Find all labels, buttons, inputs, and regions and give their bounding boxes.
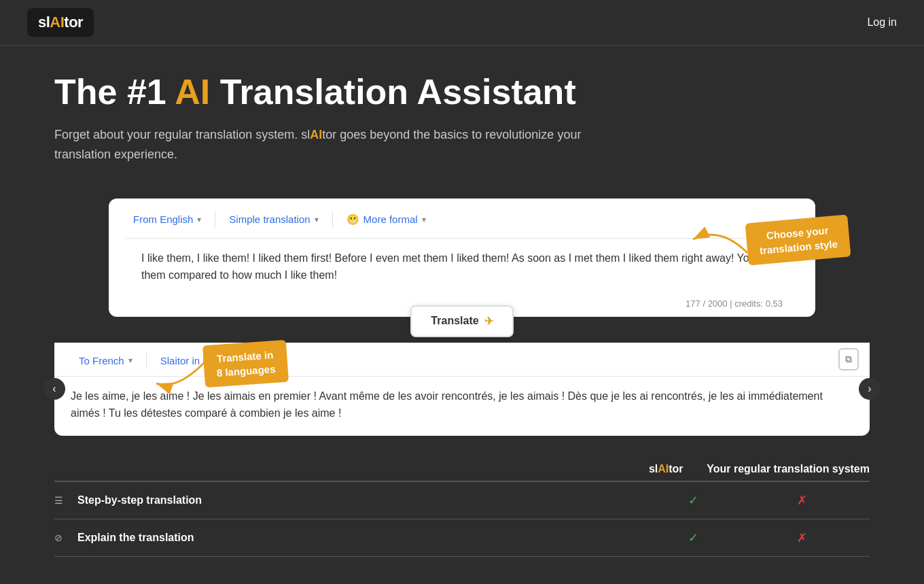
- formal-dropdown[interactable]: 😬 More formal ▾: [338, 209, 434, 230]
- hero-title: The #1 AI Translation Assistant: [54, 73, 870, 111]
- divider: [215, 211, 215, 228]
- regular-check-cell: ✗: [734, 493, 870, 508]
- divider-3: [146, 352, 147, 368]
- style-dropdown[interactable]: Simple translation ▾: [221, 209, 326, 229]
- chevron-down-icon-2: ▾: [315, 215, 319, 224]
- formal-emoji: 😬: [346, 213, 359, 226]
- slaitor-check-cell: ✓: [652, 493, 734, 508]
- logo-tor: tor: [64, 14, 83, 31]
- copy-button[interactable]: ⧉: [838, 348, 859, 371]
- chevron-down-icon-3: ▾: [422, 215, 426, 224]
- to-language-dropdown[interactable]: To French ▾: [71, 351, 141, 371]
- feature-row: ☰ Step-by-step translation ✓ ✗: [54, 482, 870, 519]
- output-box: Translate in8 languages To French ▾ Slai…: [54, 343, 870, 436]
- translate-button[interactable]: Translate ✈: [410, 305, 513, 337]
- feature-rows: ☰ Step-by-step translation ✓ ✗ ⊘ Explain…: [54, 482, 870, 557]
- hero-section: The #1 AI Translation Assistant Forget a…: [0, 46, 924, 199]
- send-icon: ✈: [484, 315, 493, 328]
- chevron-down-icon: ▾: [197, 215, 201, 224]
- feature-row-icon: ☰: [54, 495, 71, 506]
- feature-row-label: Step-by-step translation: [77, 494, 652, 506]
- logo-sl: sl: [38, 14, 50, 31]
- callout-choose-style: Choose yourtranslation style: [747, 219, 849, 261]
- col-regular-header: Your regular translation system: [707, 463, 870, 475]
- divider-2: [332, 211, 333, 228]
- cross-icon: ✗: [797, 494, 807, 507]
- col-slaitor-header: slAItor: [625, 463, 707, 475]
- feature-row: ⊘ Explain the translation ✓ ✗: [54, 519, 870, 557]
- translate-button-wrapper: Translate ✈: [54, 316, 870, 348]
- comparison-header: slAItor Your regular translation system: [54, 463, 870, 482]
- choose-style-callout-box: Choose yourtranslation style: [745, 214, 851, 265]
- to-language-label: To French: [79, 355, 124, 366]
- slaitor-check-cell: ✓: [652, 530, 734, 545]
- callout-translate-langs: Translate in8 languages: [204, 343, 287, 385]
- cross-icon: ✗: [797, 531, 807, 545]
- login-button[interactable]: Log in: [867, 16, 897, 29]
- check-icon: ✓: [688, 531, 698, 545]
- feature-row-icon: ⊘: [54, 532, 71, 543]
- formal-label: More formal: [363, 213, 418, 225]
- logo: slAItor: [27, 8, 94, 37]
- hero-subtitle: Forget about your regular translation sy…: [54, 125, 584, 165]
- chevron-down-icon-4: ▾: [128, 356, 132, 365]
- style-label: Simple translation: [229, 213, 310, 225]
- from-language-label: From English: [133, 213, 193, 225]
- regular-check-cell: ✗: [734, 530, 870, 545]
- translate-langs-callout-box: Translate in8 languages: [202, 340, 289, 388]
- translator-container: Choose yourtranslation style From Englis…: [54, 199, 870, 436]
- check-icon: ✓: [688, 494, 698, 507]
- carousel-prev-button[interactable]: ‹: [43, 378, 65, 400]
- from-language-dropdown[interactable]: From English ▾: [125, 209, 209, 229]
- comparison-section: slAItor Your regular translation system …: [54, 463, 870, 557]
- carousel-next-button[interactable]: ›: [859, 378, 881, 400]
- copy-icon: ⧉: [845, 354, 852, 364]
- feature-row-label: Explain the translation: [77, 532, 652, 544]
- logo-ai: AI: [50, 14, 64, 31]
- header: slAItor Log in: [0, 0, 924, 46]
